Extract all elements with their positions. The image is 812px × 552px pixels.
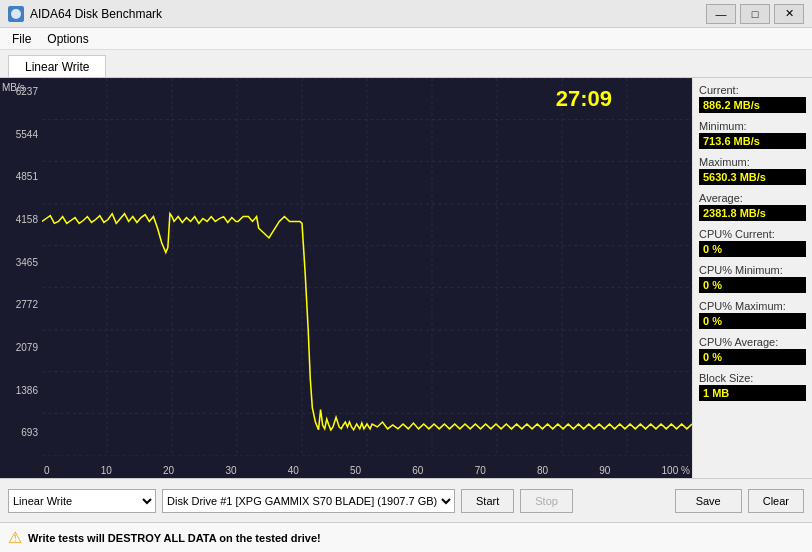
current-label: Current:: [699, 84, 806, 96]
y-label-6: 2079: [0, 342, 40, 353]
cpu-current-value: 0 %: [699, 241, 806, 257]
block-size-value: 1 MB: [699, 385, 806, 401]
cpu-current-stat: CPU% Current: 0 %: [699, 228, 806, 260]
y-label-5: 2772: [0, 299, 40, 310]
block-size-stat: Block Size: 1 MB: [699, 372, 806, 404]
y-label-2: 4851: [0, 171, 40, 182]
average-value: 2381.8 MB/s: [699, 205, 806, 221]
x-label-50: 50: [350, 465, 361, 476]
minimum-label: Minimum:: [699, 120, 806, 132]
cpu-minimum-label: CPU% Minimum:: [699, 264, 806, 276]
x-label-10: 10: [101, 465, 112, 476]
x-label-20: 20: [163, 465, 174, 476]
x-label-100: 100 %: [662, 465, 690, 476]
average-stat: Average: 2381.8 MB/s: [699, 192, 806, 224]
cpu-maximum-value: 0 %: [699, 313, 806, 329]
y-label-8: 693: [0, 427, 40, 438]
y-label-1: 5544: [0, 129, 40, 140]
start-button[interactable]: Start: [461, 489, 514, 513]
bottom-controls: Linear Write Linear Read Random Write Ra…: [0, 478, 812, 522]
window-controls: — □ ✕: [706, 4, 804, 24]
chart-timestamp: 27:09: [556, 86, 612, 112]
average-label: Average:: [699, 192, 806, 204]
y-label-7: 1386: [0, 385, 40, 396]
menu-bar: File Options: [0, 28, 812, 50]
clear-button[interactable]: Clear: [748, 489, 804, 513]
chart-container: MB/s 6237 5544 4851 4158 3465 2772 2079 …: [0, 78, 692, 478]
menu-options[interactable]: Options: [39, 30, 96, 48]
status-bar: ⚠ Write tests will DESTROY ALL DATA on t…: [0, 522, 812, 552]
x-label-40: 40: [288, 465, 299, 476]
main-area: MB/s 6237 5544 4851 4158 3465 2772 2079 …: [0, 78, 812, 478]
block-size-label: Block Size:: [699, 372, 806, 384]
save-button[interactable]: Save: [675, 489, 742, 513]
maximize-button[interactable]: □: [740, 4, 770, 24]
y-axis-labels: 6237 5544 4851 4158 3465 2772 2079 1386 …: [0, 78, 42, 478]
side-panel: Current: 886.2 MB/s Minimum: 713.6 MB/s …: [692, 78, 812, 478]
tab-bar: Linear Write: [0, 50, 812, 78]
chart-svg: [42, 78, 692, 456]
current-value: 886.2 MB/s: [699, 97, 806, 113]
y-label-3: 4158: [0, 214, 40, 225]
cpu-current-label: CPU% Current:: [699, 228, 806, 240]
svg-point-0: [11, 9, 21, 19]
menu-file[interactable]: File: [4, 30, 39, 48]
cpu-average-stat: CPU% Average: 0 %: [699, 336, 806, 368]
minimum-stat: Minimum: 713.6 MB/s: [699, 120, 806, 152]
x-label-60: 60: [412, 465, 423, 476]
cpu-maximum-stat: CPU% Maximum: 0 %: [699, 300, 806, 332]
title-bar: AIDA64 Disk Benchmark — □ ✕: [0, 0, 812, 28]
maximum-value: 5630.3 MB/s: [699, 169, 806, 185]
x-label-70: 70: [475, 465, 486, 476]
minimum-value: 713.6 MB/s: [699, 133, 806, 149]
cpu-minimum-value: 0 %: [699, 277, 806, 293]
x-label-90: 90: [599, 465, 610, 476]
x-axis-labels: 0 10 20 30 40 50 60 70 80 90 100 %: [42, 465, 692, 476]
window-title: AIDA64 Disk Benchmark: [30, 7, 706, 21]
tab-linear-write[interactable]: Linear Write: [8, 55, 106, 77]
cpu-average-value: 0 %: [699, 349, 806, 365]
minimize-button[interactable]: —: [706, 4, 736, 24]
warning-icon: ⚠: [8, 528, 22, 547]
cpu-average-label: CPU% Average:: [699, 336, 806, 348]
stop-button[interactable]: Stop: [520, 489, 573, 513]
status-message: Write tests will DESTROY ALL DATA on the…: [28, 532, 321, 544]
y-axis-unit: MB/s: [2, 82, 25, 93]
cpu-minimum-stat: CPU% Minimum: 0 %: [699, 264, 806, 296]
x-label-0: 0: [44, 465, 50, 476]
maximum-stat: Maximum: 5630.3 MB/s: [699, 156, 806, 188]
close-button[interactable]: ✕: [774, 4, 804, 24]
current-stat: Current: 886.2 MB/s: [699, 84, 806, 116]
app-icon: [8, 6, 24, 22]
maximum-label: Maximum:: [699, 156, 806, 168]
x-label-30: 30: [225, 465, 236, 476]
cpu-maximum-label: CPU% Maximum:: [699, 300, 806, 312]
benchmark-select[interactable]: Linear Write Linear Read Random Write Ra…: [8, 489, 156, 513]
drive-select[interactable]: Disk Drive #1 [XPG GAMMIX S70 BLADE] (19…: [162, 489, 455, 513]
x-label-80: 80: [537, 465, 548, 476]
y-label-4: 3465: [0, 257, 40, 268]
